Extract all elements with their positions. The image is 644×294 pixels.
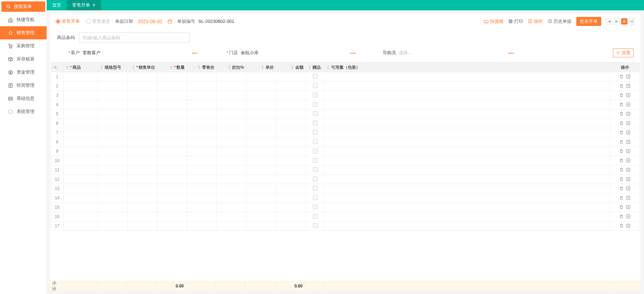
checkbox-icon[interactable] [313,195,318,200]
cell-amount[interactable] [276,221,306,231]
cell-gift[interactable] [306,175,325,184]
cell-discount[interactable] [217,91,247,100]
cell-amount[interactable] [276,184,306,193]
checkbox-icon[interactable] [313,214,318,219]
add-row-button[interactable] [626,167,631,172]
cell-product[interactable] [64,156,98,165]
cell-discount[interactable] [217,212,247,221]
cell-spec[interactable] [98,82,128,91]
cell-retail[interactable] [187,147,217,156]
cell-gift[interactable] [306,221,325,231]
cell-price[interactable] [247,128,276,137]
delete-row-button[interactable] [619,102,624,107]
cell-retail[interactable] [187,221,217,231]
table-row[interactable]: 17 [51,221,640,231]
cell-spec[interactable] [98,119,128,128]
settings-button[interactable]: 设置 [613,48,634,57]
cell-amount[interactable] [276,156,306,165]
cell-product[interactable] [64,212,98,221]
cell-retail[interactable] [187,128,217,137]
cell-qty[interactable] [157,184,187,193]
cell-product[interactable] [64,128,98,137]
cell-unit[interactable] [128,137,157,147]
delete-row-button[interactable] [619,167,624,172]
cell-unit[interactable] [128,221,157,231]
add-row-button[interactable] [626,111,631,116]
cell-unit[interactable] [128,212,157,221]
sidebar-item-6[interactable]: 基础信息 [0,92,47,105]
cell-product[interactable] [64,91,98,100]
cell-retail[interactable] [187,119,217,128]
cell-amount[interactable] [276,175,306,184]
add-row-button[interactable] [626,102,631,107]
col-spec[interactable]: ▲▼规格型号 [98,63,128,72]
cell-unit[interactable] [128,203,157,212]
checkbox-icon[interactable] [313,205,318,209]
table-row[interactable]: 4 [51,100,640,110]
cell-price[interactable] [247,212,276,221]
cell-unit[interactable] [128,156,157,165]
cell-spec[interactable] [98,212,128,221]
cell-spec[interactable] [98,72,128,82]
ellipsis-icon[interactable]: ••• [348,50,358,56]
cell-unit[interactable] [128,100,157,110]
cell-price[interactable] [247,137,276,147]
add-row-button[interactable] [626,148,631,154]
cell-qty[interactable] [157,137,187,147]
cell-unit[interactable] [128,72,157,82]
cell-qty[interactable] [157,82,187,91]
customer-select[interactable]: 零散客户 ••• [83,50,200,56]
table-row[interactable]: 7 [51,128,640,137]
search-menu-button[interactable]: 搜索菜单 [1,1,45,12]
cell-discount[interactable] [217,82,247,91]
cell-spec[interactable] [98,110,128,119]
table-row[interactable]: 11 [51,165,640,175]
cell-retail[interactable] [187,175,217,184]
add-row-button[interactable] [626,74,631,79]
cell-unit[interactable] [128,82,157,91]
cell-qty[interactable] [157,147,187,156]
cell-amount[interactable] [276,110,306,119]
table-row[interactable]: 15 [51,203,640,212]
col-unit[interactable]: ▲▼*销售单位 [128,63,157,72]
radio-retail-return[interactable]: 零售退货 [86,18,110,25]
cell-retail[interactable] [187,110,217,119]
col-gift[interactable]: ▲▼赠品 [306,63,325,72]
cell-retail[interactable] [187,156,217,165]
cell-product[interactable] [64,184,98,193]
cell-amount[interactable] [276,147,306,156]
cell-unit[interactable] [128,184,157,193]
cell-discount[interactable] [217,203,247,212]
cell-qty[interactable] [157,110,187,119]
cell-product[interactable] [64,137,98,147]
delete-row-button[interactable] [619,130,624,135]
cell-discount[interactable] [217,110,247,119]
table-row[interactable]: 14 [51,193,640,203]
cell-unit[interactable] [128,119,157,128]
table-row[interactable]: 16 [51,212,640,221]
cell-gift[interactable] [306,119,325,128]
history-link[interactable]: 历史单据 [548,18,571,25]
cell-spec[interactable] [98,156,128,165]
add-row-button[interactable] [626,223,631,228]
barcode-input[interactable] [79,32,190,43]
cell-product[interactable] [64,193,98,203]
cell-unit[interactable] [128,147,157,156]
cell-unit[interactable] [128,193,157,203]
checkbox-icon[interactable] [313,111,318,116]
add-row-button[interactable] [626,214,631,219]
cell-spec[interactable] [98,100,128,110]
cell-gift[interactable] [306,137,325,147]
cell-amount[interactable] [276,128,306,137]
cell-qty[interactable] [157,175,187,184]
cell-price[interactable] [247,165,276,175]
checkbox-icon[interactable] [313,102,318,107]
table-row[interactable]: 3 [51,91,640,100]
add-row-button[interactable] [626,204,631,210]
close-icon[interactable]: ✕ [92,3,96,8]
cell-discount[interactable] [217,128,247,137]
cell-gift[interactable] [306,91,325,100]
cell-retail[interactable] [187,100,217,110]
cell-product[interactable] [64,203,98,212]
checkbox-icon[interactable] [313,83,318,88]
